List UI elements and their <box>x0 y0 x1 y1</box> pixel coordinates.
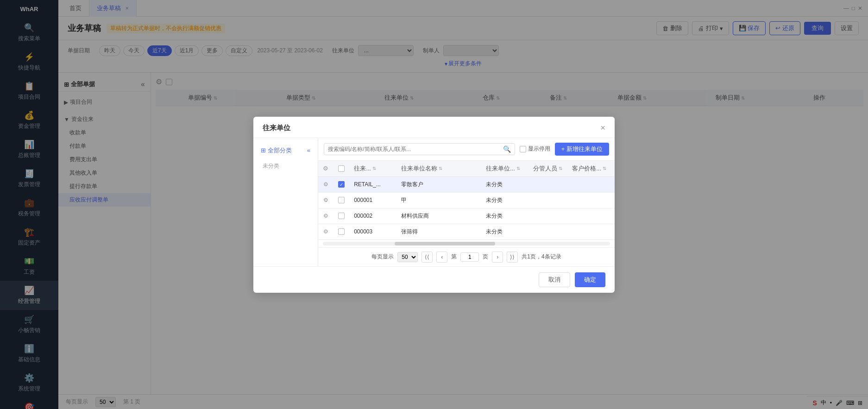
row-gear-cell: ⚙ <box>318 176 333 192</box>
row-price-cell <box>567 192 615 208</box>
modal-all-categories[interactable]: ⊞ 全部分类 « <box>253 143 318 158</box>
modal-right-panel: 🔍 显示停用 + 新增往来单位 ⚙ <box>318 138 615 266</box>
modal-left-panel: ⊞ 全部分类 « 未分类 <box>253 138 318 266</box>
row-person-cell <box>528 176 567 192</box>
row-checkbox[interactable] <box>338 213 345 219</box>
modal-page-word: 第 <box>451 253 457 261</box>
row-person-cell <box>528 192 567 208</box>
row-code-cell: 000002 <box>349 208 396 224</box>
row-gear-icon[interactable]: ⚙ <box>323 197 328 203</box>
modal-search-input[interactable] <box>328 146 500 152</box>
modal-table-wrap: ⚙ 往来... ⇅ 往来单位名称 ⇅ <box>318 161 615 240</box>
modal-scrollbar[interactable] <box>323 242 610 245</box>
row-code-cell: RETAIL_... <box>349 176 396 192</box>
modal-overlay: 往来单位 × ⊞ 全部分类 « 未分类 <box>0 0 868 409</box>
modal-close-button[interactable]: × <box>600 123 605 133</box>
modal-last-page-btn[interactable]: ⟩⟩ <box>507 252 518 263</box>
row-gear-cell: ⚙ <box>318 192 333 208</box>
row-name-cell: 零散客户 <box>396 176 481 192</box>
modal-table-row[interactable]: ⚙ 000003 张筛得 未分类 <box>318 224 615 239</box>
modal-title: 往来单位 <box>263 124 290 132</box>
row-gear-icon[interactable]: ⚙ <box>323 228 328 235</box>
modal-pagination: 每页显示 50 ⟨⟨ ‹ 第 1 页 › ⟩⟩ 共1页，4条记录 <box>318 247 615 266</box>
row-category-cell: 未分类 <box>481 208 528 224</box>
row-code-cell: 000001 <box>349 192 396 208</box>
row-person-cell <box>528 224 567 239</box>
modal-party-table: ⚙ 往来... ⇅ 往来单位名称 ⇅ <box>318 161 615 240</box>
modal-footer: 取消 确定 <box>253 266 615 293</box>
row-price-cell <box>567 176 615 192</box>
row-check-cell <box>333 208 350 224</box>
row-checkbox[interactable] <box>338 197 345 203</box>
modal-page-unit: 页 <box>483 253 488 261</box>
modal-all-categories-label: 全部分类 <box>268 146 292 155</box>
row-category-cell: 未分类 <box>481 192 528 208</box>
row-checkbox[interactable] <box>338 228 345 235</box>
modal-scrollbar-thumb <box>395 242 495 245</box>
row-price-cell <box>567 224 615 239</box>
row-name-cell: 甲 <box>396 192 481 208</box>
modal-cancel-button[interactable]: 取消 <box>539 272 570 287</box>
modal-table-row[interactable]: ⚙ 000002 材料供应商 未分类 <box>318 208 615 224</box>
row-check-cell <box>333 192 350 208</box>
modal-table-gear-icon[interactable]: ⚙ <box>323 165 328 172</box>
modal-first-page-btn[interactable]: ⟨⟨ <box>421 252 433 263</box>
grid-icon-modal: ⊞ <box>261 147 266 154</box>
show-disabled-label: 显示停用 <box>528 145 550 153</box>
modal-th-category[interactable]: 往来单位... ⇅ <box>481 161 528 177</box>
row-gear-icon[interactable]: ⚙ <box>323 213 328 219</box>
modal-confirm-button[interactable]: 确定 <box>575 272 605 287</box>
row-gear-cell: ⚙ <box>318 208 333 224</box>
modal-search-icon: 🔍 <box>503 145 511 153</box>
modal-uncategorized[interactable]: 未分类 <box>253 158 318 174</box>
row-code-cell: 000003 <box>349 224 396 239</box>
modal-party: 往来单位 × ⊞ 全部分类 « 未分类 <box>253 117 615 293</box>
modal-uncategorized-label: 未分类 <box>263 162 279 170</box>
row-person-cell <box>528 208 567 224</box>
modal-toolbar: 🔍 显示停用 + 新增往来单位 <box>318 138 615 161</box>
row-gear-cell: ⚙ <box>318 224 333 239</box>
modal-table-row[interactable]: ⚙ ✓ RETAIL_... 零散客户 未分类 <box>318 176 615 192</box>
show-disabled-checkbox[interactable] <box>520 146 526 152</box>
row-gear-icon[interactable]: ⚙ <box>323 181 328 188</box>
modal-page-input[interactable]: 1 <box>460 252 479 262</box>
per-page-label: 每页显示 <box>371 253 394 261</box>
modal-select-all-checkbox[interactable] <box>338 165 345 172</box>
modal-th-price[interactable]: 客户价格... ⇅ <box>567 161 615 177</box>
add-party-button[interactable]: + 新增往来单位 <box>555 143 609 156</box>
modal-per-page-select[interactable]: 50 <box>397 252 418 262</box>
modal-header: 往来单位 × <box>253 117 615 138</box>
modal-table-row[interactable]: ⚙ 000001 甲 未分类 <box>318 192 615 208</box>
modal-show-disabled: 显示停用 <box>520 145 550 153</box>
modal-total-text: 共1页，4条记录 <box>522 253 561 261</box>
row-name-cell: 张筛得 <box>396 224 481 239</box>
modal-search-wrap: 🔍 <box>324 143 515 155</box>
modal-th-gear: ⚙ <box>318 161 333 177</box>
row-category-cell: 未分类 <box>481 224 528 239</box>
row-name-cell: 材料供应商 <box>396 208 481 224</box>
modal-th-check <box>333 161 350 177</box>
row-check-cell <box>333 224 350 239</box>
row-checkbox[interactable]: ✓ <box>338 181 345 188</box>
modal-collapse-icon: « <box>307 147 310 154</box>
modal-th-code[interactable]: 往来... ⇅ <box>349 161 396 177</box>
row-check-cell: ✓ <box>333 176 350 192</box>
modal-th-person[interactable]: 分管人员 ⇅ <box>528 161 567 177</box>
modal-body: ⊞ 全部分类 « 未分类 🔍 显示停用 <box>253 138 615 266</box>
row-price-cell <box>567 208 615 224</box>
modal-next-page-btn[interactable]: › <box>492 252 503 263</box>
modal-prev-page-btn[interactable]: ‹ <box>436 252 447 263</box>
row-category-cell: 未分类 <box>481 176 528 192</box>
modal-th-name[interactable]: 往来单位名称 ⇅ <box>396 161 481 177</box>
